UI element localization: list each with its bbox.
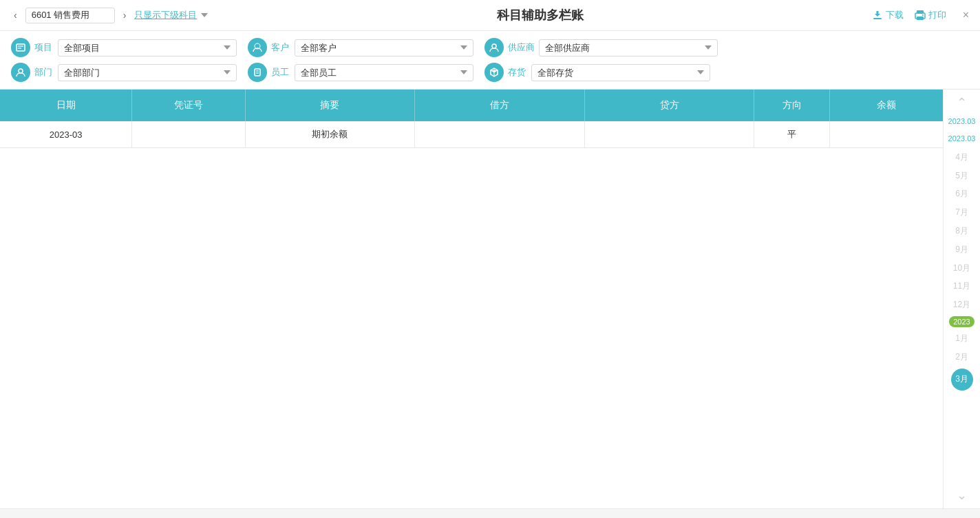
employee-icon bbox=[248, 63, 267, 82]
cell-debit bbox=[415, 121, 585, 148]
period-12[interactable]: 12月 bbox=[944, 296, 980, 314]
inventory-label: 存货 bbox=[508, 66, 527, 79]
download-btn[interactable]: 下载 bbox=[872, 9, 904, 21]
department-select[interactable]: 全部部门 bbox=[58, 64, 237, 81]
project-select[interactable]: 全部项目 bbox=[58, 39, 237, 56]
col-summary: 摘要 bbox=[245, 90, 415, 121]
download-icon bbox=[872, 10, 883, 21]
col-direction: 方向 bbox=[754, 90, 830, 121]
top-bar: ‹ › 只显示下级科目 科目辅助多栏账 下载 bbox=[0, 0, 980, 31]
show-sub-toggle[interactable]: 只显示下级科目 bbox=[134, 9, 208, 21]
period-9[interactable]: 9月 bbox=[944, 240, 980, 259]
filter-inventory: 存货 全部存货 bbox=[484, 63, 710, 82]
period-11[interactable]: 11月 bbox=[944, 277, 980, 296]
next-account-btn[interactable]: › bbox=[120, 8, 129, 22]
customer-select[interactable]: 全部客户 bbox=[295, 39, 473, 56]
table-row: 2023-03 期初余额 平 bbox=[0, 121, 943, 148]
period-6[interactable]: 6月 bbox=[944, 185, 980, 203]
cell-voucher bbox=[132, 121, 245, 148]
filter-project: 项目 全部项目 bbox=[11, 38, 237, 57]
customer-label: 客户 bbox=[271, 41, 290, 54]
period-1[interactable]: 1月 bbox=[944, 329, 980, 348]
supplier-icon bbox=[484, 38, 504, 57]
period-3-active[interactable]: 3月 bbox=[951, 369, 973, 391]
svg-point-8 bbox=[492, 44, 496, 48]
svg-rect-0 bbox=[873, 18, 882, 19]
col-credit: 贷方 bbox=[584, 90, 754, 121]
employee-select[interactable]: 全部员工 bbox=[295, 64, 473, 81]
main-window: ‹ › 只显示下级科目 科目辅助多栏账 下载 bbox=[0, 0, 980, 518]
page-title: 科目辅助多栏账 bbox=[213, 7, 866, 23]
filter-department: 部门 全部部门 bbox=[11, 63, 237, 82]
cell-direction: 平 bbox=[754, 121, 830, 148]
department-label: 部门 bbox=[34, 66, 54, 79]
right-sidebar: ⌃ 2023.03 2023.03 4月 5月 6月 7月 8月 9月 10月 … bbox=[943, 90, 980, 508]
project-icon bbox=[11, 38, 30, 57]
table-header-row: 日期 凭证号 摘要 借方 贷方 方向 余额 bbox=[0, 90, 943, 121]
period-4[interactable]: 4月 bbox=[944, 148, 980, 167]
svg-point-4 bbox=[922, 14, 924, 16]
ledger-table: 日期 凭证号 摘要 借方 贷方 方向 余额 2023-03 期初余额 bbox=[0, 90, 943, 148]
print-icon bbox=[915, 10, 926, 21]
svg-rect-10 bbox=[255, 69, 260, 76]
filter-bar: 项目 全部项目 客户 全部客户 供应商 bbox=[0, 31, 980, 90]
svg-rect-3 bbox=[917, 17, 924, 20]
inventory-icon bbox=[484, 63, 504, 82]
supplier-select[interactable]: 全部供应商 bbox=[539, 39, 718, 56]
filter-supplier: 供应商 全部供应商 bbox=[484, 38, 718, 57]
bottom-scrollbar[interactable] bbox=[0, 508, 980, 518]
col-date: 日期 bbox=[0, 90, 132, 121]
sidebar-down-btn[interactable]: ⌄ bbox=[954, 485, 970, 506]
period-5[interactable]: 5月 bbox=[944, 167, 980, 185]
print-btn[interactable]: 打印 bbox=[915, 9, 946, 21]
top-actions: 下载 打印 × bbox=[872, 9, 969, 21]
col-voucher: 凭证号 bbox=[132, 90, 245, 121]
period-10[interactable]: 10月 bbox=[944, 259, 980, 278]
table-container: 日期 凭证号 摘要 借方 贷方 方向 余额 2023-03 期初余额 bbox=[0, 90, 980, 508]
table-wrapper[interactable]: 日期 凭证号 摘要 借方 贷方 方向 余额 2023-03 期初余额 bbox=[0, 90, 943, 508]
filter-employee: 员工 全部员工 bbox=[248, 63, 473, 82]
period-7[interactable]: 7月 bbox=[944, 203, 980, 222]
filter-row-2: 部门 全部部门 员工 全部员工 存货 bbox=[11, 63, 969, 82]
year-badge-2023[interactable]: 2023 bbox=[949, 316, 974, 327]
cell-credit bbox=[584, 121, 754, 148]
period-2023-03-1[interactable]: 2023.03 bbox=[944, 113, 980, 130]
supplier-label: 供应商 bbox=[508, 41, 535, 54]
cell-summary: 期初余额 bbox=[245, 121, 415, 148]
col-debit: 借方 bbox=[415, 90, 585, 121]
filter-row-1: 项目 全部项目 客户 全部客户 供应商 bbox=[11, 38, 969, 57]
customer-icon bbox=[248, 38, 267, 57]
period-8[interactable]: 8月 bbox=[944, 222, 980, 240]
close-btn[interactable]: × bbox=[963, 9, 969, 21]
period-2023-03-2[interactable]: 2023.03 bbox=[944, 130, 980, 147]
chevron-down-icon bbox=[201, 13, 208, 17]
period-2[interactable]: 2月 bbox=[944, 348, 980, 366]
filter-customer: 客户 全部客户 bbox=[248, 38, 473, 57]
department-icon bbox=[11, 63, 30, 82]
employee-label: 员工 bbox=[271, 66, 290, 79]
col-balance: 余额 bbox=[830, 90, 943, 121]
sidebar-up-btn[interactable]: ⌃ bbox=[954, 92, 970, 113]
account-code-input[interactable] bbox=[25, 8, 115, 23]
cell-date: 2023-03 bbox=[0, 121, 132, 148]
svg-point-9 bbox=[19, 69, 23, 73]
cell-balance bbox=[830, 121, 943, 148]
inventory-select[interactable]: 全部存货 bbox=[531, 64, 710, 81]
prev-account-btn[interactable]: ‹ bbox=[11, 8, 20, 22]
project-label: 项目 bbox=[34, 41, 54, 54]
svg-rect-5 bbox=[17, 44, 25, 51]
